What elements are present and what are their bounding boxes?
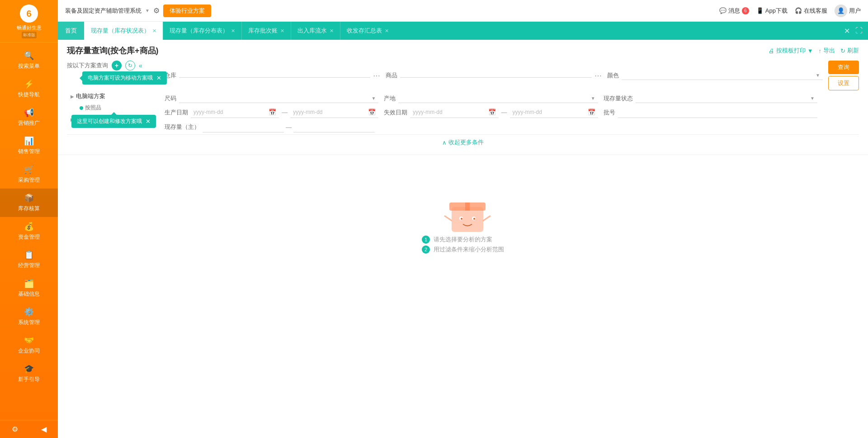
header-settings-btn[interactable]: ⚙ (153, 6, 160, 15)
sidebar-item-purchase[interactable]: 🛒 采购管理 (0, 160, 58, 188)
notifications-btn[interactable]: 💬 消息 6 (719, 7, 749, 15)
step-2-num: 2 (422, 245, 430, 254)
inventory-icon: 📦 (24, 193, 34, 203)
settings-bottom-btn[interactable]: ⚙ (12, 425, 18, 433)
sidebar-item-sales[interactable]: 📊 销售管理 (0, 132, 58, 160)
tab-inventory-dist[interactable]: 现存量（库存分布表） ✕ (163, 22, 241, 40)
expire-date-to[interactable]: yyyy-mm-dd 📅 (510, 107, 598, 118)
goods-more-icon[interactable]: ⋯ (594, 71, 602, 80)
sidebar-item-quicknav[interactable]: ⚡ 快捷导航 (0, 75, 58, 103)
newbie-icon: 🎓 (24, 364, 34, 374)
tab-close-inventory-dist[interactable]: ✕ (231, 28, 235, 34)
print-btn[interactable]: 🖨 按模板打印 ▼ (769, 47, 813, 55)
tab-close-inout-flow[interactable]: ✕ (330, 28, 334, 34)
system-dropdown-icon[interactable]: ▼ (145, 8, 150, 13)
sidebar-item-search[interactable]: 🔍 搜索菜单 (0, 46, 58, 75)
origin-input[interactable]: ▼ (398, 94, 598, 103)
stock-qty-from[interactable] (203, 122, 284, 132)
refresh-scheme-btn[interactable]: ↻ (125, 61, 135, 71)
stock-qty-range: — (203, 122, 375, 132)
quicknav-icon: ⚡ (24, 79, 34, 89)
tab-inout-flow[interactable]: 出入库流水 ✕ (291, 22, 340, 40)
scheme-desktop-item[interactable]: ▶ 电脑端方案 (67, 90, 157, 102)
sidebar-item-system[interactable]: ⚙️ 系统管理 (0, 302, 58, 331)
svg-line-8 (483, 216, 490, 221)
export-btn[interactable]: ↑ 导出 (819, 47, 835, 55)
filter-arrow-btn[interactable]: « (139, 62, 142, 69)
sidebar-item-newbie[interactable]: 🎓 新手引导 (0, 359, 58, 388)
marketing-icon: 📢 (24, 108, 34, 118)
support-label: 在线客服 (804, 7, 827, 15)
size-input[interactable]: ▼ (179, 94, 378, 103)
sidebar-item-operation[interactable]: 📋 经营管理 (0, 245, 58, 274)
sidebar-item-basic[interactable]: 🗂️ 基础信息 (0, 274, 58, 302)
collapse-bar[interactable]: ∧ 收起更多条件 (67, 134, 859, 150)
svg-point-5 (461, 218, 462, 220)
stock-qty-to[interactable] (293, 122, 375, 132)
search-nav-icon: 🔍 (24, 51, 34, 61)
scheme-desktop-child-1[interactable]: 按照品 (76, 102, 157, 113)
tab-close-inventory-status[interactable]: ✕ (152, 28, 156, 34)
action-btns: 查询 设置 (828, 61, 859, 90)
color-input[interactable]: ▼ (622, 71, 823, 80)
filter-row-4: 现存量（主） — (165, 122, 859, 132)
scheme-tooltip-close-btn[interactable]: ✕ (156, 75, 161, 81)
expire-date-from[interactable]: yyyy-mm-dd 📅 (410, 107, 498, 118)
svg-point-6 (473, 218, 475, 220)
tab-home[interactable]: 首页 (58, 22, 84, 40)
sidebar: 6 畅通好生意 标准版 🔍 搜索菜单 ⚡ 快捷导航 📢 营销推广 📊 销售管理 … (0, 0, 58, 438)
prod-date-from-calendar-icon[interactable]: 📅 (269, 108, 276, 116)
add-scheme-btn[interactable]: + (112, 61, 122, 71)
scheme-edit-tooltip: 这里可以创建和修改方案哦 ✕ (71, 115, 156, 128)
search-btn[interactable]: 查询 (828, 61, 859, 74)
stock-status-dropdown-icon: ▼ (810, 96, 815, 101)
goods-input[interactable] (400, 74, 591, 78)
collapse-sidebar-btn[interactable]: ◀ (41, 425, 47, 433)
user-label: 用户 (849, 7, 861, 15)
tab-recv-summary[interactable]: 收发存汇总表 ✕ (340, 22, 395, 40)
notifications-label: 消息 (728, 7, 740, 15)
export-icon: ↑ (819, 47, 822, 54)
stock-qty-sep: — (286, 124, 292, 131)
empty-step-1: 1 请先选择要分析的方案 (422, 235, 504, 244)
page-title: 现存量查询(按仓库+商品) (67, 45, 159, 56)
expire-date-label: 失效日期 (384, 108, 407, 117)
batch-input[interactable] (618, 107, 817, 118)
field-batch: 批号 (604, 107, 817, 118)
refresh-btn[interactable]: ↻ 刷新 (840, 47, 859, 55)
app-download-btn[interactable]: 📱 App下载 (756, 7, 788, 15)
prod-date-to-placeholder: yyyy-mm-dd (293, 109, 322, 115)
empty-lines: 1 请先选择要分析的方案 2 用过滤条件来缩小分析范围 (422, 235, 504, 254)
tab-inventory-status[interactable]: 现存量（库存状况表） ✕ (84, 22, 163, 40)
sidebar-item-finance[interactable]: 💰 资金管理 (0, 217, 58, 245)
scheme-edit-tooltip-close-btn[interactable]: ✕ (146, 118, 151, 125)
stock-status-input[interactable]: ▼ (636, 94, 817, 103)
prod-date-to[interactable]: yyyy-mm-dd 📅 (290, 107, 378, 118)
prod-date-from[interactable]: yyyy-mm-dd 📅 (191, 107, 279, 118)
tab-close-inventory-batch[interactable]: ✕ (280, 28, 284, 34)
tab-close-recv-summary[interactable]: ✕ (385, 28, 389, 34)
filter-area: 按以下方案查询 + ↻ « 电脑方案可设为移动方案哦 ✕ (58, 61, 868, 155)
field-stock-qty: 现存量（主） — (165, 122, 345, 132)
reset-btn[interactable]: 设置 (828, 76, 859, 90)
experience-btn[interactable]: 体验行业方案 (163, 5, 211, 17)
sidebar-item-marketing[interactable]: 📢 营销推广 (0, 103, 58, 132)
expire-date-from-calendar-icon[interactable]: 📅 (488, 108, 496, 116)
support-btn[interactable]: 🎧 在线客服 (795, 7, 827, 15)
page-content: 现存量查询(按仓库+商品) 🖨 按模板打印 ▼ ↑ 导出 ↻ 刷新 (58, 40, 868, 438)
tab-bar-spacer (395, 22, 839, 40)
expire-date-to-calendar-icon[interactable]: 📅 (588, 108, 595, 116)
filter-label: 按以下方案查询 (67, 61, 108, 70)
tab-inventory-batch[interactable]: 库存批次账 ✕ (241, 22, 291, 40)
sidebar-item-corp[interactable]: 🤝 企业协同 (0, 331, 58, 359)
scheme-desktop-label: 电脑端方案 (76, 92, 105, 100)
sidebar-item-inventory[interactable]: 📦 库存核算 (0, 188, 58, 217)
page-actions: 🖨 按模板打印 ▼ ↑ 导出 ↻ 刷新 (769, 47, 859, 55)
prod-date-to-calendar-icon[interactable]: 📅 (368, 108, 376, 116)
warehouse-more-icon[interactable]: ⋯ (373, 71, 380, 80)
tab-close-all-btn[interactable]: ✕ (842, 27, 852, 35)
page-title-bar: 现存量查询(按仓库+商品) 🖨 按模板打印 ▼ ↑ 导出 ↻ 刷新 (58, 40, 868, 61)
warehouse-input[interactable] (179, 74, 370, 78)
tab-fullscreen-btn[interactable]: ⛶ (854, 27, 864, 35)
user-menu[interactable]: 👤 用户 (835, 5, 861, 17)
